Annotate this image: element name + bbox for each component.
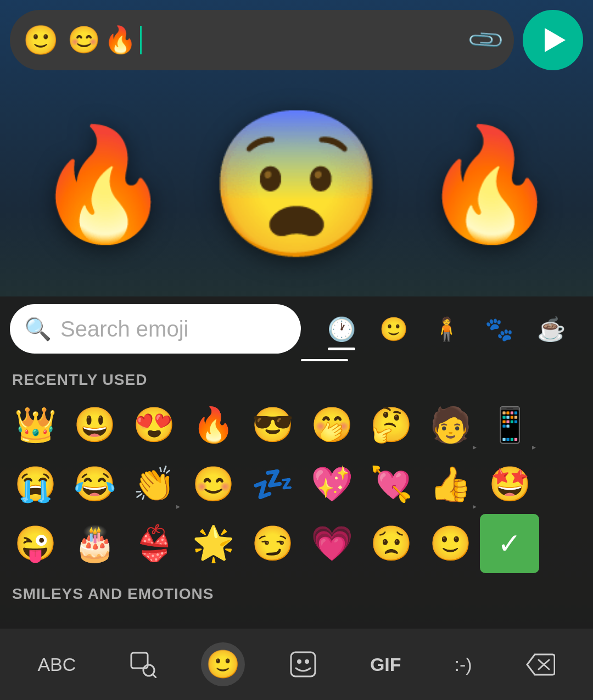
emoji-clap[interactable]: 👏 [124,455,183,514]
message-emoji-1: 😊 [68,25,100,55]
delete-button[interactable] [516,647,564,682]
emoji-joy[interactable]: 😂 [65,455,124,514]
bottom-keyboard-bar: ABC 🙂 GIF :-) [0,629,593,700]
gif-label: GIF [370,654,401,675]
emoji-heart-arrow[interactable]: 💘 [361,455,421,514]
emoji-sunglasses[interactable]: 😎 [243,395,302,455]
confirm-button[interactable]: ✓ [480,514,539,573]
animals-icon: 🐾 [485,316,513,343]
emoji-thumbsup[interactable]: 👍 [421,455,480,514]
emoji-zzz[interactable]: 💤 [243,455,302,514]
search-icon: 🔍 [24,316,52,342]
category-tabs: 🕐 🙂 🧍 🐾 ☕ [310,312,583,346]
tab-animals[interactable]: 🐾 [477,312,521,346]
emoji-phone[interactable]: 📱 [480,395,539,455]
send-button[interactable] [523,10,583,70]
delete-icon [525,652,555,677]
emoji-heart-eyes[interactable]: 😍 [124,395,183,455]
send-arrow-icon [545,28,566,52]
svg-line-2 [153,674,156,678]
tab-people[interactable]: 🧍 [424,312,468,346]
emoji-grin[interactable]: 😃 [65,395,124,455]
sticker-shocked-fire[interactable]: 😨 [208,113,385,255]
emoji-star-eyes[interactable]: 🤩 [480,455,539,514]
emoji-keyboard-icon: 🙂 [206,648,240,680]
search-keyboard-icon [129,651,156,678]
attachment-icon[interactable]: 📎 [465,19,507,61]
emoji-fire[interactable]: 🔥 [183,395,243,455]
emoji-keyboard-button[interactable]: 🙂 [201,642,245,686]
emoticon-label: :-) [454,654,472,675]
emoji-sob[interactable]: 😭 [5,455,65,514]
food-icon: ☕ [537,316,566,343]
search-keyboard-button[interactable] [120,645,165,684]
svg-point-4 [297,659,301,664]
emoji-sparkle-heart[interactable]: 💖 [302,455,361,514]
message-bar: 🙂 😊 🔥 📎 [10,10,583,70]
smiley-icon: 🙂 [379,316,408,343]
sticker-icon [289,651,317,678]
tab-food[interactable]: ☕ [529,312,573,346]
recent-icon: 🕐 [327,316,356,343]
message-content: 😊 🔥 [68,25,462,55]
abc-label: ABC [37,654,76,675]
tab-smileys[interactable]: 🙂 [372,312,416,346]
text-cursor [140,26,142,54]
emoji-blush[interactable]: 😊 [183,455,243,514]
svg-rect-3 [291,652,315,676]
emoji-birthday[interactable]: 🎂 [65,514,124,573]
message-input[interactable]: 🙂 😊 🔥 📎 [10,10,514,70]
emoji-wink-tongue[interactable]: 😜 [5,514,65,573]
abc-button[interactable]: ABC [29,648,85,681]
emoji-crown[interactable]: 👑 [5,395,65,455]
recently-used-label: RECENTLY USED [0,361,593,393]
search-placeholder: Search emoji [60,317,188,341]
emoji-trigger-icon[interactable]: 🙂 [23,24,59,57]
emoji-slight-smile[interactable]: 🙂 [421,514,480,573]
sticker-area: 🔥 😨 🔥 [0,77,593,291]
emoji-bikini[interactable]: 👙 [124,514,183,573]
search-row: 🔍 Search emoji 🕐 🙂 🧍 🐾 ☕ [0,296,593,354]
emoji-smirk[interactable]: 😏 [243,514,302,573]
emoji-grid-recent: 👑 😃 😍 🔥 😎 🤭 🤔 🧑 📱 😭 😂 👏 😊 💤 💖 💘 👍 🤩 😜 🎂 … [0,393,593,575]
emoji-worried[interactable]: 😟 [361,514,421,573]
people-icon: 🧍 [432,316,461,343]
emoji-pink-heart[interactable]: 💗 [302,514,361,573]
search-box[interactable]: 🔍 Search emoji [10,304,301,354]
emoji-hand-mouth[interactable]: 🤭 [302,395,361,455]
message-emoji-2: 🔥 [104,25,137,55]
smileys-label: SMILEYS AND EMOTIONS [0,575,593,607]
svg-point-5 [305,659,309,664]
emoji-sun[interactable]: 🌟 [183,514,243,573]
sticker-laugh-fire[interactable]: 🔥 [35,129,172,239]
gif-button[interactable]: GIF [361,648,410,681]
sticker-tired-fire[interactable]: 🔥 [421,129,558,239]
emoticon-button[interactable]: :-) [445,648,480,681]
emoji-person[interactable]: 🧑 [421,395,480,455]
tab-recent[interactable]: 🕐 [320,312,363,346]
emoji-thinking[interactable]: 🤔 [361,395,421,455]
sticker-button[interactable] [281,645,326,684]
